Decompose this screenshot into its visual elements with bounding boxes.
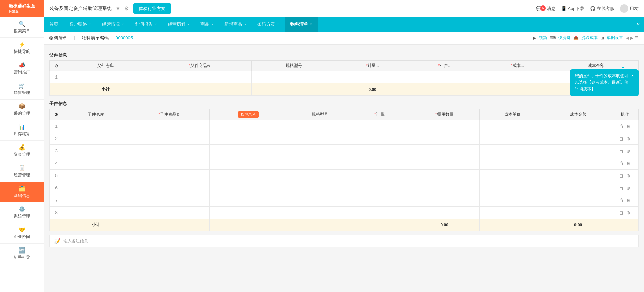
delete-icon-1[interactable]: 🗑	[619, 136, 624, 141]
child-cell-unit-7[interactable]	[353, 207, 409, 219]
child-cell-amount-4[interactable]	[545, 170, 611, 182]
child-cell-scan-4[interactable]	[209, 170, 287, 182]
child-cell-unitcost-2[interactable]	[480, 145, 545, 157]
parent-cell-product[interactable]	[148, 71, 252, 83]
child-cell-product-6[interactable]	[129, 194, 209, 207]
child-cell-scan-1[interactable]	[209, 132, 287, 145]
child-cell-amount-6[interactable]	[545, 194, 611, 207]
try-btn[interactable]: 体验行业方案	[133, 3, 171, 14]
tab-history[interactable]: 经营历程 ×	[162, 17, 195, 32]
close-tab-operations[interactable]: ×	[122, 23, 124, 26]
child-cell-qty-7[interactable]	[409, 207, 480, 219]
child-cell-warehouse-6[interactable]	[63, 194, 129, 207]
child-cell-unit-0[interactable]	[353, 120, 409, 132]
sidebar-item-purchase[interactable]: 📦 采购管理	[0, 100, 44, 120]
child-cell-scan-6[interactable]	[209, 194, 287, 207]
parent-cell-warehouse[interactable]	[63, 71, 148, 83]
app-download-btn[interactable]: 📱 App下载	[561, 5, 584, 12]
child-cell-warehouse-3[interactable]	[63, 157, 129, 170]
tab-home[interactable]: 首页	[44, 17, 64, 32]
child-cell-qty-6[interactable]	[409, 194, 480, 207]
tab-customers[interactable]: 客户联络 ×	[64, 17, 97, 32]
child-cell-qty-0[interactable]	[409, 120, 480, 132]
delete-icon-7[interactable]: 🗑	[619, 210, 624, 215]
child-cell-unitcost-1[interactable]	[480, 132, 545, 145]
sidebar-item-guide[interactable]: 🆕 新手引导	[0, 244, 44, 264]
child-cell-product-2[interactable]	[129, 145, 209, 157]
child-cell-amount-5[interactable]	[545, 182, 611, 194]
video-btn[interactable]: 视频	[537, 34, 548, 42]
list-view-icon[interactable]: ☰	[635, 36, 639, 40]
child-cell-warehouse-5[interactable]	[63, 182, 129, 194]
delete-icon-4[interactable]: 🗑	[619, 173, 624, 178]
close-tab-newproduct[interactable]: ×	[244, 23, 246, 26]
child-cell-unit-5[interactable]	[353, 182, 409, 194]
tab-newproduct[interactable]: 新增商品 ×	[219, 17, 252, 32]
sidebar-item-sales[interactable]: 🛒 销售管理	[0, 79, 44, 100]
close-tab-products[interactable]: ×	[211, 23, 213, 26]
close-tab-history[interactable]: ×	[188, 23, 190, 26]
close-tab-customers[interactable]: ×	[89, 23, 91, 26]
user-btn[interactable]: 用友	[620, 4, 639, 13]
close-all-tabs-btn[interactable]: ×	[633, 21, 644, 27]
child-cell-scan-7[interactable]	[209, 207, 287, 219]
sidebar-item-marketing[interactable]: 📣 营销推广	[0, 58, 44, 79]
nav-next-icon[interactable]: ▶	[630, 36, 633, 40]
child-cell-warehouse-2[interactable]	[63, 145, 129, 157]
child-cell-product-5[interactable]	[129, 182, 209, 194]
message-btn[interactable]: 💬 6 消息	[536, 5, 556, 12]
copy-icon-6[interactable]: ⊕	[626, 198, 630, 203]
child-cell-scan-5[interactable]	[209, 182, 287, 194]
sidebar-item-inventory[interactable]: 📊 库存核算	[0, 120, 44, 141]
child-cell-amount-7[interactable]	[545, 207, 611, 219]
copy-icon-7[interactable]: ⊕	[626, 210, 630, 215]
child-cell-scan-3[interactable]	[209, 157, 287, 170]
parent-cell-unit[interactable]	[336, 71, 409, 83]
delete-icon-3[interactable]: 🗑	[619, 161, 624, 166]
child-cell-qty-3[interactable]	[409, 157, 480, 170]
parent-cell-spec[interactable]	[251, 71, 336, 83]
child-cell-warehouse-7[interactable]	[63, 207, 129, 219]
copy-icon-4[interactable]: ⊕	[626, 173, 630, 178]
child-cell-scan-0[interactable]	[209, 120, 287, 132]
child-cell-product-1[interactable]	[129, 132, 209, 145]
sidebar-item-basic[interactable]: 🗂️ 基础信息	[0, 182, 44, 202]
child-cell-qty-2[interactable]	[409, 145, 480, 157]
sidebar-item-finance[interactable]: 💰 资金管理	[0, 141, 44, 161]
parent-cell-production[interactable]	[409, 71, 481, 83]
child-cell-warehouse-1[interactable]	[63, 132, 129, 145]
child-cell-unit-2[interactable]	[353, 145, 409, 157]
copy-icon-2[interactable]: ⊕	[626, 148, 630, 154]
child-cell-qty-1[interactable]	[409, 132, 480, 145]
tab-bom[interactable]: 物料清单 ×	[285, 17, 318, 32]
parent-cell-cost[interactable]	[481, 71, 554, 83]
sidebar-item-quicknav[interactable]: ⚡ 快捷导航	[0, 38, 44, 58]
close-tab-bom[interactable]: ×	[310, 23, 312, 26]
sidebar-item-search[interactable]: 🔍 搜索菜单	[0, 17, 44, 38]
child-cell-warehouse-0[interactable]	[63, 120, 129, 132]
child-cell-unit-6[interactable]	[353, 194, 409, 207]
child-cell-unit-1[interactable]	[353, 132, 409, 145]
child-cell-unitcost-5[interactable]	[480, 182, 545, 194]
child-cell-unitcost-4[interactable]	[480, 170, 545, 182]
delete-icon-2[interactable]: 🗑	[619, 148, 624, 154]
child-cell-amount-3[interactable]	[545, 157, 611, 170]
child-cell-amount-2[interactable]	[545, 145, 611, 157]
child-cell-spec-3[interactable]	[287, 157, 353, 170]
delete-icon-6[interactable]: 🗑	[619, 198, 624, 203]
tab-products[interactable]: 商品 ×	[195, 17, 219, 32]
delete-icon-0[interactable]: 🗑	[619, 124, 624, 129]
close-tab-barcode[interactable]: ×	[277, 23, 279, 26]
child-cell-spec-1[interactable]	[287, 132, 353, 145]
child-cell-product-3[interactable]	[129, 157, 209, 170]
child-cell-unitcost-6[interactable]	[480, 194, 545, 207]
sidebar-item-coop[interactable]: 🤝 企业协同	[0, 223, 44, 244]
delete-icon-5[interactable]: 🗑	[619, 185, 624, 191]
sidebar-item-business[interactable]: 📋 经营管理	[0, 161, 44, 182]
child-cell-spec-0[interactable]	[287, 120, 353, 132]
service-btn[interactable]: 🎧 在线客服	[590, 5, 615, 12]
copy-icon-1[interactable]: ⊕	[626, 136, 630, 141]
child-cell-product-4[interactable]	[129, 170, 209, 182]
scan-btn[interactable]: 扫码录入	[238, 111, 259, 118]
sidebar-item-system[interactable]: ⚙️ 系统管理	[0, 202, 44, 223]
